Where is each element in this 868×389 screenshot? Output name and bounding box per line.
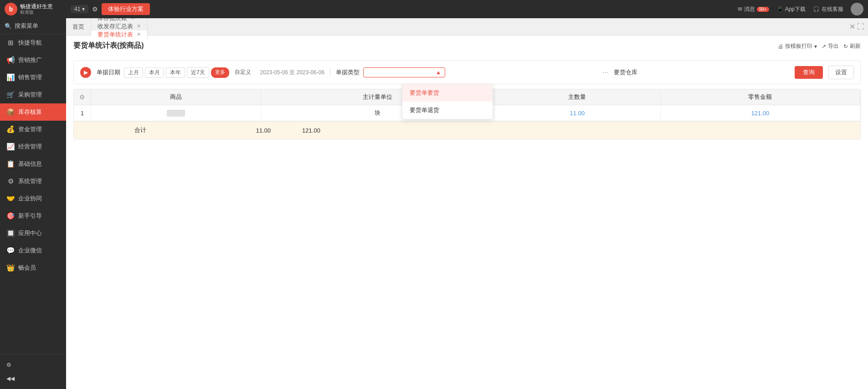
filter-settings-btn[interactable]: 设置	[828, 66, 854, 79]
operations-icon: 📈	[6, 143, 15, 151]
export-icon: ↗	[822, 43, 826, 50]
sidebar-item-finance[interactable]: 💰 资金管理	[0, 121, 66, 138]
sidebar-item-system[interactable]: ⚙ 系统管理	[0, 173, 66, 190]
tab-order-stats[interactable]: 要货单统计表 ✕	[91, 31, 148, 40]
tab-label-receivable-summary: 收发存汇总表	[98, 22, 133, 31]
tab-inventory-batch[interactable]: 库存批次账 ✕	[91, 18, 148, 22]
purchase-icon: 🛒	[6, 91, 15, 99]
more-dates-badge[interactable]: 更多	[211, 67, 229, 78]
sidebar-label-quick-nav: 快捷导航	[18, 39, 42, 47]
sidebar-item-enterprise[interactable]: 🤝 企业协同	[0, 190, 66, 207]
sidebar-label-wechat: 企业微信	[18, 246, 42, 255]
close-tab-inventory-batch[interactable]: ✕	[131, 18, 135, 21]
sidebar-item-quick-nav[interactable]: ⊞ 快捷导航	[0, 34, 66, 51]
type-select-arrow: ▲	[436, 69, 441, 76]
sidebar-item-member[interactable]: 👑 畅会员	[0, 259, 66, 276]
print-dropdown-icon: ▾	[814, 43, 817, 50]
sidebar-item-purchase[interactable]: 🛒 采购管理	[0, 86, 66, 103]
sidebar-label-system: 系统管理	[18, 177, 42, 185]
close-tab-receivable-summary[interactable]: ✕	[137, 23, 141, 29]
sidebar-item-app-center[interactable]: 🔲 应用中心	[0, 225, 66, 242]
top-bar-center: 41 ▾ ⚙ 体验行业方案	[71, 3, 738, 15]
sidebar-label-marketing: 营销推广	[18, 56, 42, 64]
dropdown-option-order-goods[interactable]: 要货单要货	[402, 84, 493, 102]
content-area: 首页 库存批次账 ✕ 收发存汇总表 ✕ 要货单统计表 ✕ ✕ ⛶ 要货单统计表(…	[66, 18, 868, 389]
refresh-btn[interactable]: ↻ 刷新	[843, 42, 861, 50]
phone-icon: 📱	[776, 6, 783, 12]
col-header-3: 主数量	[494, 89, 660, 105]
date-range-display: 2023-05-06 至 2023-06-06	[260, 69, 324, 77]
tab-home[interactable]: 首页	[66, 18, 91, 35]
gear-settings-icon[interactable]: ⚙	[79, 93, 85, 101]
row-quantity-0: 11.00	[494, 105, 660, 121]
sidebar-label-inventory: 库存核算	[18, 108, 42, 116]
row-seq-0: 1	[74, 105, 91, 121]
last-month-btn[interactable]: 上月	[124, 67, 143, 78]
industry-btn[interactable]: 体验行业方案	[102, 3, 150, 15]
filter-divider-1	[330, 68, 330, 77]
top-bar-right: ✉ 消息 99+ 📱 App下载 🎧 在线客服	[738, 3, 863, 15]
collapse-icon: ◀◀	[6, 375, 15, 382]
avatar[interactable]	[851, 3, 863, 15]
sidebar-item-marketing[interactable]: 📢 营销推广	[0, 51, 66, 69]
this-month-btn[interactable]: 本月	[145, 67, 164, 78]
date-label: 单据日期	[97, 68, 120, 77]
tab-right: ✕ ⛶	[846, 22, 868, 31]
maximize-icon[interactable]: ⛶	[857, 23, 864, 31]
inventory-icon: 📦	[6, 108, 15, 116]
sidebar-item-wechat[interactable]: 💬 企业微信	[0, 242, 66, 259]
total-label: 合计	[90, 126, 190, 134]
sidebar-bottom-settings[interactable]: ⚙	[0, 358, 66, 372]
sidebar-label-purchase: 采购管理	[18, 91, 42, 99]
sidebar-label-basic: 基础信息	[18, 160, 42, 168]
sidebar-label-member: 畅会员	[18, 264, 36, 272]
custom-date-btn[interactable]: 自定义	[231, 67, 255, 78]
toolbar: 🖨 按模板打印 ▾ ↗ 导出 ↻ 刷新	[778, 42, 861, 50]
last-7-days-btn[interactable]: 近7天	[187, 67, 209, 78]
query-btn[interactable]: 查询	[795, 66, 823, 79]
settings-icon[interactable]: ⚙	[92, 5, 98, 13]
logo: b 畅捷通好生意 标准版	[5, 3, 71, 15]
sidebar-item-sales[interactable]: 📊 销售管理	[0, 69, 66, 86]
col-header-1: 商品	[91, 89, 261, 105]
basic-icon: 📋	[6, 160, 15, 168]
sidebar-item-basic[interactable]: 📋 基础信息	[0, 155, 66, 173]
print-template-btn[interactable]: 🖨 按模板打印 ▾	[778, 42, 817, 50]
version-label: 标准版	[20, 10, 53, 15]
company-name: 畅捷通好生意	[20, 3, 53, 10]
this-year-btn[interactable]: 本年	[166, 67, 185, 78]
company-selector[interactable]: 41 ▾	[71, 5, 88, 13]
filter-expand-btn[interactable]: ▶	[80, 67, 91, 78]
app-download-item[interactable]: 📱 App下载	[776, 5, 806, 13]
app-center-icon: 🔲	[6, 229, 15, 237]
tab-receivable-summary[interactable]: 收发存汇总表 ✕	[91, 22, 148, 31]
type-select[interactable]: ▲	[363, 67, 445, 77]
guide-icon: 🎯	[6, 212, 15, 220]
headset-icon: 🎧	[813, 6, 820, 12]
date-filter-section: 单据日期 上月 本月 本年 近7天 更多 自定义 2023-05-06 至 20…	[97, 67, 324, 78]
settings-bottom-icon: ⚙	[6, 362, 11, 368]
row-amount-0: 121.00	[660, 105, 860, 121]
sidebar-item-operations[interactable]: 📈 经营管理	[0, 138, 66, 155]
dropdown-option-order-return[interactable]: 要货单退货	[402, 102, 493, 119]
refresh-icon: ↻	[843, 43, 848, 50]
col-header-4: 零售金额	[660, 89, 860, 105]
tab-bar: 首页 库存批次账 ✕ 收发存汇总表 ✕ 要货单统计表 ✕ ✕ ⛶	[66, 18, 868, 36]
tab-label-order-stats: 要货单统计表	[98, 31, 133, 39]
close-tab-order-stats[interactable]: ✕	[137, 31, 141, 37]
filter-more-btn[interactable]: ···	[602, 68, 608, 77]
sidebar-label-finance: 资金管理	[18, 125, 42, 133]
sidebar-item-inventory[interactable]: 📦 库存核算	[0, 103, 66, 121]
page-title: 要货单统计表(按商品)	[73, 41, 144, 51]
sidebar-bottom-collapse[interactable]: ◀◀	[0, 372, 66, 385]
top-bar: b 畅捷通好生意 标准版 41 ▾ ⚙ 体验行业方案 ✉ 消息 99+ 📱 Ap…	[0, 0, 868, 18]
sidebar-label-guide: 新手引导	[18, 212, 42, 220]
online-service-item[interactable]: 🎧 在线客服	[813, 5, 843, 13]
sidebar-search[interactable]: 🔍 搜索菜单	[0, 18, 66, 34]
message-item[interactable]: ✉ 消息 99+	[738, 5, 769, 13]
close-all-tabs-icon[interactable]: ✕	[849, 22, 855, 31]
export-btn[interactable]: ↗ 导出	[822, 42, 839, 50]
total-quantity: 11.00	[241, 127, 286, 134]
sidebar-item-guide[interactable]: 🎯 新手引导	[0, 207, 66, 225]
search-icon: 🔍	[5, 23, 12, 30]
